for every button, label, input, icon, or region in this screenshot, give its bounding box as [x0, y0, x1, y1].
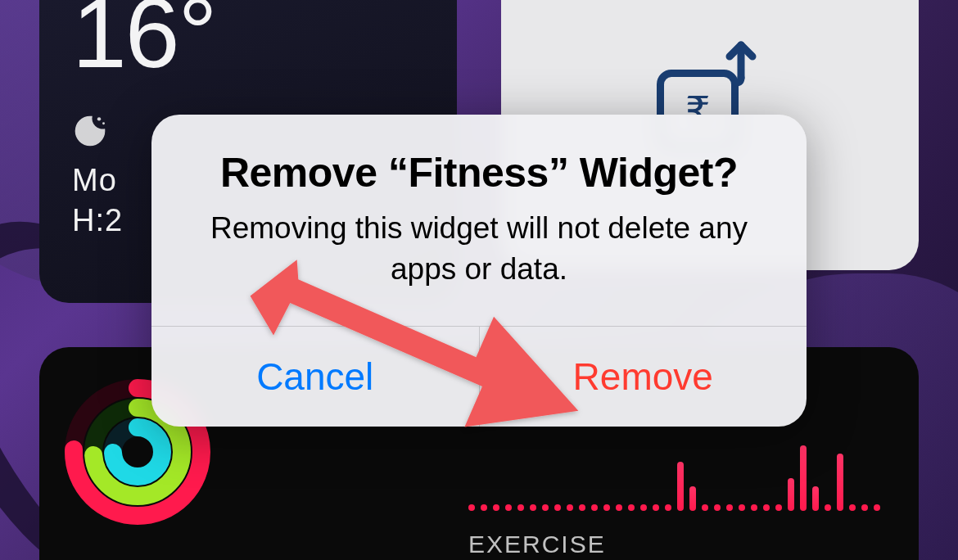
chart-bar: [812, 486, 819, 511]
temperature-value: 16°: [72, 0, 424, 82]
chart-bar: [665, 504, 671, 511]
chart-bar: [493, 504, 499, 511]
chart-bar: [579, 504, 585, 511]
chart-bar: [726, 504, 733, 511]
chart-bar: [800, 445, 807, 511]
chart-bar: [874, 504, 880, 511]
chart-bar: [542, 504, 549, 511]
chart-bar: [616, 504, 622, 511]
chart-bar: [640, 504, 647, 511]
exercise-bar-chart: [468, 429, 894, 511]
chart-bar: [837, 454, 843, 511]
chart-bar: [763, 504, 770, 511]
dialog-button-row: Cancel Remove: [151, 326, 807, 427]
chart-bar: [702, 504, 708, 511]
chart-bar: [603, 504, 610, 511]
chart-bar: [861, 504, 868, 511]
chart-bar: [677, 462, 684, 511]
chart-bar: [849, 504, 856, 511]
chart-bar: [468, 504, 475, 511]
exercise-label: EXERCISE: [468, 531, 894, 558]
chart-bar: [714, 504, 721, 511]
chart-bar: [554, 504, 561, 511]
remove-button[interactable]: Remove: [480, 327, 807, 427]
arrow-up-icon: [721, 38, 761, 88]
dialog-title: Remove “Fitness” Widget?: [184, 149, 774, 196]
chart-bar: [505, 504, 512, 511]
chart-bar: [481, 504, 487, 511]
chart-bar: [530, 504, 536, 511]
chart-bar: [689, 486, 696, 511]
chart-bar: [825, 504, 831, 511]
chart-bar: [751, 504, 757, 511]
chart-bar: [653, 504, 659, 511]
chart-bar: [591, 504, 598, 511]
chart-bar: [788, 478, 794, 511]
dialog-message: Removing this widget will not delete any…: [184, 208, 774, 290]
chart-bar: [517, 504, 524, 511]
chart-bar: [567, 504, 573, 511]
chart-bar: [775, 504, 782, 511]
svg-point-1: [102, 122, 105, 124]
chart-bar: [628, 504, 635, 511]
remove-widget-dialog: Remove “Fitness” Widget? Removing this w…: [151, 115, 807, 427]
svg-point-0: [97, 117, 101, 120]
chart-bar: [739, 504, 745, 511]
cancel-button[interactable]: Cancel: [151, 327, 480, 427]
